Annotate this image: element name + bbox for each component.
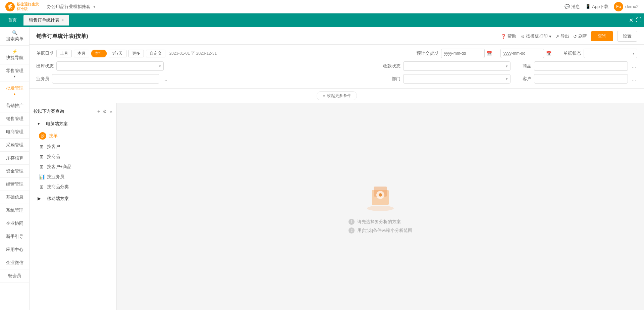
single-date-label: 单据日期 <box>36 50 54 56</box>
staff-input[interactable] <box>52 74 159 84</box>
receive-status-label: 收款状态 <box>383 63 400 69</box>
date-input-pair: 📅 — 📅 <box>441 49 551 58</box>
sidebar-item-sales[interactable]: 销售管理 <box>0 112 29 125</box>
refresh-btn[interactable]: ↺ 刷新 <box>573 33 587 39</box>
sidebar-item-nav[interactable]: ⚡ 快捷导航 <box>0 46 29 64</box>
sidebar-item-appcenter[interactable]: 应用中心 <box>0 243 29 256</box>
refresh-icon: ↺ <box>573 34 577 39</box>
sidebar-item-operations[interactable]: 经营管理 <box>0 178 29 191</box>
predict-date-start[interactable] <box>441 49 485 58</box>
filter-item-dept: 部门 <box>392 74 511 84</box>
date-btn-lastmonth[interactable]: 上月 <box>56 50 72 57</box>
filter-item-staff: 业务员 ... <box>36 74 169 84</box>
dept-select-wrapper <box>403 74 511 84</box>
filter-row-2: 出库状态 收款状态 <box>36 61 637 71</box>
tab-bar: 首页 销售订单统计表 × ✕ ⛶ <box>0 13 644 27</box>
sidebar-item-member[interactable]: 畅会员 <box>0 269 29 282</box>
add-plan-btn[interactable]: + <box>97 109 100 114</box>
print-btn[interactable]: 🖨 按模板打印 ▾ <box>520 33 551 39</box>
help-btn[interactable]: ❓ 帮助 <box>501 33 516 39</box>
window-close-btn[interactable]: ✕ <box>629 17 633 23</box>
filter-row-3: 业务员 ... 部门 客户 <box>36 74 637 84</box>
left-panel-title: 按以下方案查询 <box>34 108 64 114</box>
avatar: Ea <box>614 2 623 11</box>
query-btn[interactable]: 查询 <box>591 31 613 41</box>
date-btn-custom[interactable]: 自定义 <box>146 50 165 57</box>
tree-pc-arrow-icon: ▾ <box>34 119 44 128</box>
sidebar-item-inventory[interactable]: 库存核算 <box>0 152 29 165</box>
goods-input[interactable] <box>534 61 628 71</box>
logo-area: 畅 畅捷通好生意 标准版 <box>5 2 39 11</box>
sidebar-item-system[interactable]: 系统管理 <box>0 204 29 217</box>
customer-input[interactable] <box>534 74 628 84</box>
sidebar-item-wechat[interactable]: 企业微信 <box>0 256 29 269</box>
retail-arrow-icon: ▾ <box>14 74 15 78</box>
left-panel-header: 按以下方案查询 + ⚙ « <box>30 106 116 117</box>
by-customer-icon: ⊞ <box>39 144 44 149</box>
empty-state: 1 请先选择要分析的方案 2 用[过滤]条件来缩小分析范围 <box>117 103 644 310</box>
tree-item-by-goods[interactable]: ⊞ 按商品 <box>32 152 116 162</box>
customer-ellipsis-btn[interactable]: ... <box>631 76 637 82</box>
tree-section-mobile[interactable]: ▶ 移动端方案 <box>30 192 116 205</box>
filter-item-receive-status: 收款状态 <box>383 61 511 71</box>
app-download-btn[interactable]: 📱 App下载 <box>585 4 608 10</box>
date-btn-thismonth[interactable]: 本月 <box>74 50 89 57</box>
receive-status-select[interactable] <box>403 61 511 71</box>
receive-status-select-wrapper <box>403 61 511 71</box>
tab-bar-actions: ✕ ⛶ <box>629 17 641 23</box>
tree-item-by-customer-goods[interactable]: ⊞ 按客户+商品 <box>32 162 116 172</box>
tab-close-btn[interactable]: × <box>61 18 64 22</box>
filter-item-customer: 客户 ... <box>523 74 637 84</box>
date-btn-more[interactable]: 更多 <box>128 50 144 57</box>
by-order-icon: 按 <box>39 132 46 140</box>
calendar-icon-1[interactable]: 📅 <box>487 51 492 56</box>
setting-plan-btn[interactable]: ⚙ <box>103 109 107 114</box>
tree-item-by-goods-category[interactable]: ⊞ 按商品分类 <box>32 182 116 192</box>
sidebar-item-guide[interactable]: 新手引导 <box>0 230 29 243</box>
tree-item-by-customer[interactable]: ⊞ 按客户 <box>32 142 116 152</box>
tip-1-num: 1 <box>348 219 355 225</box>
dept-label: 部门 <box>392 76 400 82</box>
left-panel-icons: + ⚙ « <box>97 109 112 114</box>
filter-item-out-status: 出库状态 <box>36 61 164 71</box>
tree-section-pc[interactable]: ▾ 电脑端方案 <box>30 117 116 130</box>
app-title-dropdown[interactable]: ▾ <box>93 4 96 9</box>
goods-ellipsis-btn[interactable]: ... <box>631 63 637 69</box>
export-btn[interactable]: ↗ 导出 <box>555 33 569 39</box>
collapse-panel-btn[interactable]: « <box>110 109 112 114</box>
sidebar-item-finance[interactable]: 资金管理 <box>0 165 29 178</box>
svg-point-4 <box>379 193 382 197</box>
dept-select[interactable] <box>403 74 511 84</box>
staff-ellipsis-btn[interactable]: ... <box>162 76 169 82</box>
tab-home[interactable]: 首页 <box>3 15 22 25</box>
single-status-select-wrapper <box>584 49 637 58</box>
single-status-select[interactable] <box>584 49 637 58</box>
sidebar-item-enterprise[interactable]: 企业协同 <box>0 217 29 230</box>
tree-item-by-staff[interactable]: 📊 按业务员 <box>32 172 116 182</box>
date-btn-thisyear[interactable]: 本年 <box>91 50 107 57</box>
sidebar-item-purchase[interactable]: 采购管理 <box>0 139 29 152</box>
collapse-btn[interactable]: ∧ 收起更多条件 <box>317 91 357 100</box>
staff-label: 业务员 <box>36 76 49 82</box>
date-btn-7days[interactable]: 近7天 <box>109 50 126 57</box>
sidebar-item-retail[interactable]: 零售管理 ▾ <box>0 64 29 82</box>
setting-btn[interactable]: 设置 <box>617 31 637 42</box>
calendar-icon-2[interactable]: 📅 <box>546 51 551 56</box>
predict-date-end[interactable] <box>500 49 544 58</box>
sidebar-item-basicinfo[interactable]: 基础信息 <box>0 191 29 204</box>
page-actions: ❓ 帮助 🖨 按模板打印 ▾ ↗ 导出 ↺ 刷新 <box>501 33 587 39</box>
user-area[interactable]: Ea demo2 <box>614 2 639 11</box>
sidebar-item-ecommerce[interactable]: 电商管理 <box>0 125 29 139</box>
tab-sales-order[interactable]: 销售订单统计表 × <box>23 15 69 25</box>
window-maximize-btn[interactable]: ⛶ <box>636 17 641 23</box>
sidebar-item-marketing[interactable]: 营销推广 <box>0 99 29 112</box>
empty-tips: 1 请先选择要分析的方案 2 用[过滤]条件来缩小分析范围 <box>348 219 412 234</box>
tree-item-by-order[interactable]: 按 按单 <box>32 130 116 142</box>
sidebar-item-search[interactable]: 🔍 搜索菜单 <box>0 27 29 46</box>
sidebar-item-wholesale[interactable]: 批发管理 ▴ <box>0 82 29 99</box>
empty-tip-2: 2 用[过滤]条件来缩小分析范围 <box>348 227 412 234</box>
empty-illustration <box>360 180 400 213</box>
out-status-select[interactable] <box>56 61 164 71</box>
predict-date-label: 预计交货期 <box>417 50 438 56</box>
message-btn[interactable]: 💬 消息 <box>565 4 580 10</box>
